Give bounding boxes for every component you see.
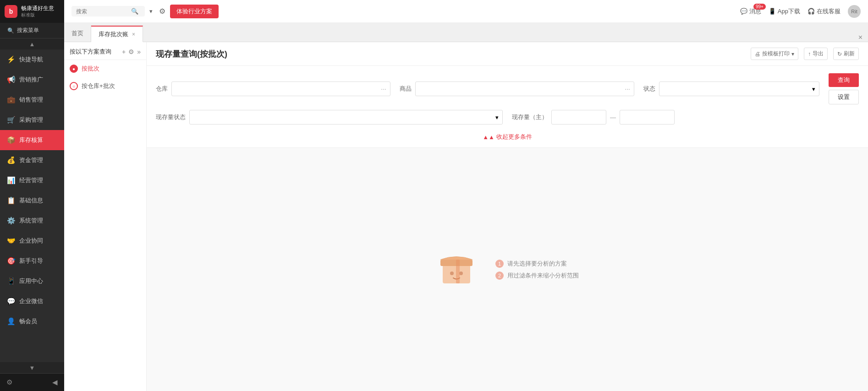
shortcut-icon: ⚡	[6, 55, 16, 64]
tab-inventory-batch[interactable]: 库存批次账 ×	[91, 26, 143, 42]
search-icon: 🔍	[131, 8, 138, 15]
tab-home[interactable]: 首页	[64, 25, 91, 42]
empty-tips: 1 请先选择要分析的方案 2 用过滤条件来缩小分析范围	[495, 260, 579, 280]
sidebar-item-apps[interactable]: 📱 应用中心	[0, 271, 64, 291]
sidebar-item-wechat[interactable]: 💬 企业微信	[0, 291, 64, 311]
message-icon: 💬	[740, 8, 747, 15]
message-btn[interactable]: 💬 消息 99+	[740, 7, 761, 16]
sidebar-item-label: 企业微信	[19, 297, 43, 305]
sidebar-scroll-up[interactable]: ▲	[0, 38, 64, 49]
sidebar-item-label: 快捷导航	[19, 55, 43, 64]
product-more-icon[interactable]: ···	[625, 85, 630, 92]
stock-qty-from-input[interactable]	[551, 110, 606, 125]
print-dropdown-icon[interactable]: ▾	[791, 51, 794, 57]
query-header: 现存量查询(按批次) 🖨 按模板打印 ▾ ↑ 导出 ↻ 刷新	[147, 42, 868, 66]
apps-icon: 📱	[6, 277, 16, 286]
collapse-panel-icon[interactable]: »	[137, 48, 141, 55]
page-title: 现存量查询(按批次)	[156, 49, 227, 60]
sidebar-item-newuser[interactable]: 🎯 新手引导	[0, 251, 64, 271]
topbar-gear-icon[interactable]: ⚙	[159, 7, 165, 16]
warehouse-label: 仓库	[156, 85, 168, 93]
topbar-search-input[interactable]	[76, 8, 131, 15]
sidebar-item-label: 基础信息	[19, 196, 43, 205]
refresh-btn[interactable]: ↻ 刷新	[833, 48, 859, 60]
scheme-settings-icon[interactable]: ⚙	[128, 48, 134, 55]
sidebar-item-label: 销售管理	[19, 96, 43, 104]
sidebar: b 畅康通好生意 标准版 🔍 搜索菜单 ▲ ⚡ 快捷导航 📢 营销推广 💼 销售…	[0, 0, 64, 391]
topbar-dropdown[interactable]: ▾	[149, 8, 153, 15]
query-header-actions: 🖨 按模板打印 ▾ ↑ 导出 ↻ 刷新	[751, 48, 859, 60]
avatar: Rit	[848, 5, 861, 18]
tab-close-icon[interactable]: ×	[132, 31, 135, 38]
warehouse-input[interactable]: ···	[171, 81, 390, 96]
sidebar-item-inventory[interactable]: 📦 库存核算	[0, 130, 64, 150]
enterprise-icon: 🤝	[6, 236, 16, 245]
scheme-item-batch[interactable]: ● 按批次	[64, 60, 146, 77]
product-input[interactable]: ···	[415, 81, 634, 96]
sidebar-item-system[interactable]: ⚙️ 系统管理	[0, 211, 64, 231]
export-btn[interactable]: ↑ 导出	[804, 48, 828, 60]
warehouse-filter-group: 仓库 ···	[156, 81, 390, 96]
online-service-btn[interactable]: 🎧 在线客服	[808, 7, 841, 16]
collapse-more-btn[interactable]: ▲▲ 收起更多条件	[156, 130, 859, 144]
add-scheme-icon[interactable]: +	[122, 48, 126, 55]
industry-btn[interactable]: 体验行业方案	[170, 5, 219, 18]
stock-qty-to-input[interactable]	[620, 110, 675, 125]
sidebar-item-label: 系统管理	[19, 217, 43, 225]
empty-state: 1 请先选择要分析的方案 2 用过滤条件来缩小分析范围	[147, 148, 868, 391]
sidebar-item-marketing[interactable]: 📢 营销推广	[0, 70, 64, 90]
settings-icon[interactable]: ⚙	[6, 378, 12, 386]
status-filter-group: 状态 ▾	[643, 81, 819, 96]
app-download-btn[interactable]: 📱 App下载	[769, 7, 800, 16]
sidebar-item-member[interactable]: 👤 畅会员	[0, 311, 64, 331]
sidebar-item-purchase[interactable]: 🛒 采购管理	[0, 110, 64, 130]
purchase-icon: 🛒	[6, 115, 16, 125]
warehouse-more-icon[interactable]: ···	[381, 85, 386, 92]
tab-active-label: 库存批次账	[99, 30, 128, 38]
query-actions: 查询 设置	[829, 73, 859, 104]
sidebar-scroll-down[interactable]: ▼	[0, 362, 64, 373]
sidebar-search[interactable]: 🔍 搜索菜单	[0, 23, 64, 38]
sidebar-nav: ⚡ 快捷导航 📢 营销推广 💼 销售管理 🛒 采购管理 📦 库存核算 💰 资金管…	[0, 49, 64, 362]
operations-icon: 📊	[6, 176, 16, 185]
tab-panel-close-btn[interactable]: ×	[853, 33, 868, 42]
status-dropdown-icon: ▾	[812, 86, 815, 92]
sidebar-item-basic[interactable]: 📋 基础信息	[0, 190, 64, 211]
empty-state-icon	[436, 247, 482, 293]
sidebar-item-label: 库存核算	[19, 136, 43, 144]
sidebar-item-operations[interactable]: 📊 经营管理	[0, 170, 64, 190]
query-btn[interactable]: 查询	[829, 73, 859, 87]
sidebar-item-finance[interactable]: 💰 资金管理	[0, 150, 64, 170]
app-download-icon: 📱	[769, 8, 776, 15]
content-area: 按以下方案查询 + ⚙ » ● 按批次 ○ 按仓库+批次 现存量查询(按批次)	[64, 42, 868, 391]
collapse-sidebar-icon[interactable]: ◀	[52, 378, 58, 386]
filter-form: 仓库 ··· 商品 ··· 状态	[147, 66, 868, 148]
sidebar-item-label: 采购管理	[19, 116, 43, 124]
settings-btn[interactable]: 设置	[829, 90, 859, 104]
topbar-left: 🔍 ▾ ⚙ 体验行业方案	[71, 5, 219, 18]
query-area: 现存量查询(按批次) 🖨 按模板打印 ▾ ↑ 导出 ↻ 刷新	[147, 42, 868, 391]
sidebar-item-label: 应用中心	[19, 277, 43, 285]
sidebar-item-enterprise[interactable]: 🤝 企业协同	[0, 231, 64, 251]
sales-icon: 💼	[6, 95, 16, 104]
sidebar-header: b 畅康通好生意 标准版	[0, 0, 64, 23]
scheme-batch-icon: ●	[70, 65, 78, 73]
tip-num-2: 2	[495, 272, 504, 280]
stock-status-label: 现存量状态	[156, 113, 186, 121]
warehouse-text-input[interactable]	[176, 86, 379, 92]
empty-tip-1: 1 请先选择要分析的方案	[495, 260, 579, 268]
filter-panel: 按以下方案查询 + ⚙ » ● 按批次 ○ 按仓库+批次	[64, 42, 147, 391]
status-select[interactable]: ▾	[659, 81, 819, 96]
filter-row-1: 仓库 ··· 商品 ··· 状态	[156, 73, 859, 104]
user-avatar-btn[interactable]: Rit	[848, 5, 861, 18]
svg-rect-4	[456, 260, 460, 283]
print-btn[interactable]: 🖨 按模板打印 ▾	[751, 48, 798, 60]
search-label: 搜索菜单	[17, 27, 39, 34]
search-icon: 🔍	[7, 27, 14, 34]
scheme-item-warehouse-batch[interactable]: ○ 按仓库+批次	[64, 77, 146, 95]
sidebar-item-sales[interactable]: 💼 销售管理	[0, 90, 64, 110]
product-text-input[interactable]	[419, 86, 623, 92]
topbar-search-box[interactable]: 🔍	[71, 6, 145, 16]
stock-status-select[interactable]: ▾	[189, 110, 503, 125]
sidebar-item-shortcut[interactable]: ⚡ 快捷导航	[0, 49, 64, 70]
